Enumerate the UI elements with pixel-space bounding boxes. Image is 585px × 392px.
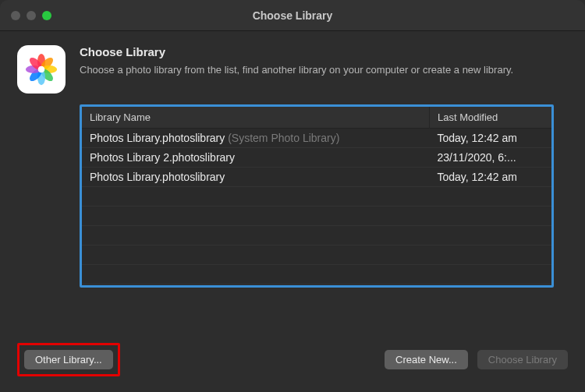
table-row-empty — [82, 207, 551, 226]
column-header-last-modified[interactable]: Last Modified — [429, 107, 551, 129]
table-row-empty — [82, 245, 551, 265]
library-name-cell: Photos Library 2.photoslibrary — [82, 148, 429, 168]
table-row[interactable]: Photos Library 2.photoslibrary 23/11/202… — [82, 148, 551, 168]
close-window-icon[interactable] — [11, 11, 20, 20]
dialog-description: Choose a photo library from the list, fi… — [80, 63, 513, 77]
photos-app-icon — [17, 45, 66, 94]
table-row[interactable]: Photos Library.photoslibrary Today, 12:4… — [82, 168, 551, 187]
column-header-library-name[interactable]: Library Name — [82, 107, 429, 129]
table-row-empty — [82, 265, 551, 284]
last-modified-cell: 23/11/2020, 6:... — [429, 148, 551, 168]
maximize-window-icon[interactable] — [42, 11, 51, 20]
choose-library-button[interactable]: Choose Library — [477, 350, 568, 369]
titlebar: Choose Library — [0, 0, 585, 31]
library-annotation: (System Photo Library) — [228, 132, 339, 144]
library-table: Library Name Last Modified Photos Librar… — [80, 104, 554, 288]
create-new-button[interactable]: Create New... — [385, 350, 468, 369]
table-row-empty — [82, 226, 551, 245]
dialog-heading: Choose Library — [80, 45, 513, 58]
traffic-lights — [11, 11, 51, 20]
library-name-cell: Photos Library.photoslibrary — [82, 168, 429, 187]
table-row-empty — [82, 187, 551, 207]
highlight-annotation: Other Library... — [17, 343, 120, 376]
other-library-button[interactable]: Other Library... — [24, 350, 113, 369]
window-title: Choose Library — [0, 9, 585, 22]
table-row[interactable]: Photos Library.photoslibrary (System Pho… — [82, 129, 551, 148]
last-modified-cell: Today, 12:42 am — [429, 129, 551, 148]
minimize-window-icon[interactable] — [27, 11, 36, 20]
library-name-cell: Photos Library.photoslibrary (System Pho… — [82, 129, 429, 148]
last-modified-cell: Today, 12:42 am — [429, 168, 551, 187]
svg-point-8 — [38, 66, 45, 73]
